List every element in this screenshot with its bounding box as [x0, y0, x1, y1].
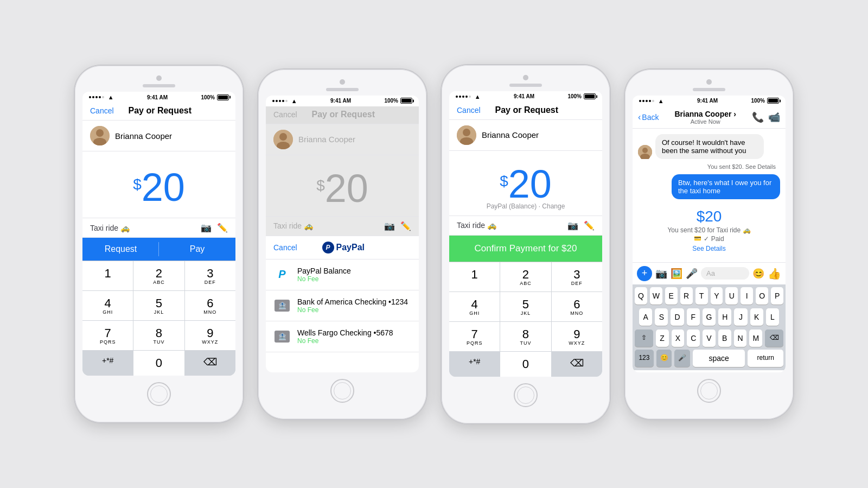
key-r[interactable]: R — [680, 287, 693, 305]
key-w[interactable]: W — [650, 287, 662, 305]
key-0[interactable]: 0 — [133, 351, 184, 376]
key-i[interactable]: I — [741, 287, 753, 305]
key-e[interactable]: E — [665, 287, 678, 305]
backspace-key[interactable]: ⌫ — [765, 329, 783, 347]
note-row-1[interactable]: Taxi ride 🚕 📷 ✏️ — [82, 218, 235, 238]
key-5-p3[interactable]: 5JKL — [500, 292, 551, 321]
screen-1: ▲ 9:41 AM 100% Cancel Pay or Request Bri — [82, 92, 235, 376]
key-0-p3[interactable]: 0 — [500, 352, 551, 377]
key-backspace[interactable]: ⌫ — [185, 351, 235, 376]
key-h[interactable]: H — [718, 308, 731, 326]
wf-name: Wells Fargo Checking •5678 — [297, 328, 411, 337]
key-4-p3[interactable]: 4GHI — [449, 292, 500, 321]
nav-bar-3: Cancel Pay or Request — [449, 102, 602, 120]
camera-icon-1[interactable]: 📷 — [201, 223, 212, 233]
amount-value-3: 20 — [508, 164, 552, 204]
key-b[interactable]: B — [718, 329, 731, 347]
mic-input-icon[interactable]: 🎤 — [686, 268, 698, 280]
cancel-btn-2[interactable]: Cancel — [273, 110, 297, 119]
key-q[interactable]: Q — [635, 287, 647, 305]
currency-symbol-3: $ — [500, 173, 508, 190]
dictation-key[interactable]: 🎤 — [674, 350, 690, 367]
camera-input-icon[interactable]: 📷 — [655, 268, 667, 280]
key-6-p3[interactable]: 6MNO — [552, 292, 602, 321]
home-button-2[interactable] — [330, 379, 354, 403]
phone-call-icon[interactable]: 📞 — [752, 111, 764, 123]
key-j[interactable]: J — [734, 308, 747, 326]
edit-icon-3[interactable]: ✏️ — [584, 220, 595, 231]
key-v[interactable]: V — [703, 329, 716, 347]
video-call-icon[interactable]: 📹 — [768, 111, 780, 123]
key-symbols-p3[interactable]: +*# — [449, 352, 500, 377]
camera-icon-3[interactable]: 📷 — [567, 220, 578, 231]
boa-option[interactable]: 🏦 Bank of America Checking •1234 No Fee — [266, 290, 419, 321]
key-7[interactable]: 7PQRS — [82, 321, 133, 350]
key-8[interactable]: 8TUV — [133, 321, 184, 350]
key-u[interactable]: U — [725, 287, 738, 305]
key-a[interactable]: A — [639, 308, 652, 326]
num-switch-key[interactable]: 123 — [635, 350, 654, 367]
wf-icon: 🏦 — [273, 328, 291, 345]
cancel-btn-3[interactable]: Cancel — [457, 106, 481, 115]
boa-name: Bank of America Checking •1234 — [297, 297, 411, 306]
key-k[interactable]: K — [750, 308, 763, 326]
key-4[interactable]: 4GHI — [82, 291, 133, 320]
key-s[interactable]: S — [655, 308, 668, 326]
return-key[interactable]: return — [748, 350, 783, 367]
key-l[interactable]: L — [766, 308, 779, 326]
messenger-contact-name[interactable]: Brianna Cooper › — [662, 110, 749, 118]
back-btn[interactable]: ‹ Back — [638, 112, 659, 122]
key-symbols[interactable]: +*# — [82, 351, 133, 376]
battery-area-2: 100% — [384, 98, 412, 104]
key-3[interactable]: 3DEF — [185, 261, 235, 290]
key-z[interactable]: Z — [656, 329, 669, 347]
key-p[interactable]: P — [771, 287, 783, 305]
speaker-4 — [693, 88, 725, 91]
request-btn-1[interactable]: Request — [82, 238, 159, 261]
shift-key[interactable]: ⇧ — [635, 329, 653, 347]
key-8-p3[interactable]: 8TUV — [500, 322, 551, 351]
space-key[interactable]: space — [693, 350, 745, 367]
paypal-balance-option[interactable]: P PayPal Balance No Fee — [266, 259, 419, 290]
key-6[interactable]: 6MNO — [185, 291, 235, 320]
wf-option[interactable]: 🏦 Wells Fargo Checking •5678 No Fee — [266, 321, 419, 352]
home-button-1[interactable] — [147, 382, 171, 406]
key-c[interactable]: C — [687, 329, 700, 347]
key-5[interactable]: 5JKL — [133, 291, 184, 320]
key-m[interactable]: M — [749, 329, 762, 347]
see-details-btn[interactable]: See Details — [643, 245, 775, 252]
key-1-p3[interactable]: 1 — [449, 262, 500, 291]
payment-cancel-btn[interactable]: Cancel — [273, 243, 297, 252]
thumbsup-icon[interactable]: 👍 — [768, 267, 781, 280]
key-7-p3[interactable]: 7PQRS — [449, 322, 500, 351]
key-backspace-p3[interactable]: ⌫ — [552, 352, 602, 377]
key-n[interactable]: N — [734, 329, 747, 347]
battery-pct-4: 100% — [751, 98, 765, 104]
cancel-btn-1[interactable]: Cancel — [90, 106, 114, 115]
note-row-3[interactable]: Taxi ride 🚕 📷 ✏️ — [449, 216, 602, 236]
key-9-p3[interactable]: 9WXYZ — [552, 322, 602, 351]
home-button-4[interactable] — [697, 379, 721, 403]
key-2[interactable]: 2ABC — [133, 261, 184, 290]
key-d[interactable]: D — [671, 308, 684, 326]
confirm-payment-btn[interactable]: Confirm Payment for $20 — [449, 236, 602, 262]
edit-icon-1[interactable]: ✏️ — [217, 223, 228, 233]
emoji-input-icon[interactable]: 😊 — [752, 268, 764, 280]
message-input[interactable]: Aa — [701, 267, 749, 280]
key-o[interactable]: O — [756, 287, 768, 305]
pay-btn-1[interactable]: Pay — [159, 238, 235, 261]
key-g[interactable]: G — [703, 308, 716, 326]
emoji-key[interactable]: 😊 — [656, 350, 672, 367]
key-t[interactable]: T — [695, 287, 708, 305]
key-9[interactable]: 9WXYZ — [185, 321, 235, 350]
add-button[interactable]: + — [637, 266, 652, 281]
key-2-p3[interactable]: 2ABC — [500, 262, 551, 291]
key-3-p3[interactable]: 3DEF — [552, 262, 602, 291]
photo-input-icon[interactable]: 🖼️ — [671, 268, 682, 280]
keyboard-row-1: Q W E R T Y U I O P — [633, 284, 786, 306]
key-f[interactable]: F — [687, 308, 700, 326]
key-1[interactable]: 1 — [82, 261, 133, 290]
key-y[interactable]: Y — [711, 287, 723, 305]
home-button-3[interactable] — [514, 383, 538, 407]
key-x[interactable]: X — [672, 329, 685, 347]
